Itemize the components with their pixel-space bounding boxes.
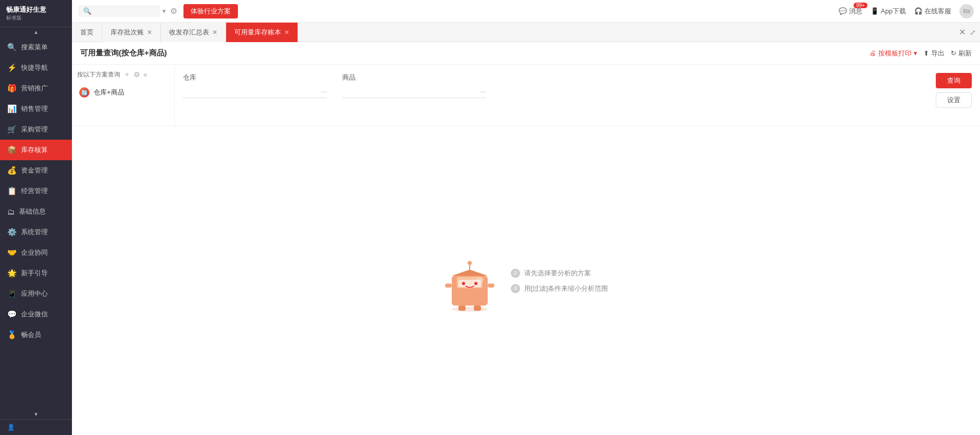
tab-summary[interactable]: 收发存汇总表 ✕ (161, 23, 226, 42)
sidebar-item-label: 新手引导 (21, 269, 48, 278)
sidebar-item-inventory[interactable]: 📦 库存核算 (0, 140, 72, 160)
scheme-header: 按以下方案查询 ＋ ⚙ « (72, 70, 174, 83)
empty-state: ① 请先选择要分析的方案 ② 用[过滤]条件来缩小分析范围 (72, 126, 980, 435)
sidebar-item-appcenter[interactable]: 📱 应用中心 (0, 283, 72, 304)
tab-home[interactable]: 首页 (72, 23, 102, 42)
sidebar-item-label: 资金管理 (21, 166, 48, 175)
svg-rect-10 (488, 283, 494, 288)
warehouse-more-icon[interactable]: ··· (321, 87, 327, 96)
sidebar-item-label: 系统管理 (21, 228, 48, 237)
online-service-btn[interactable]: 🎧 在线客服 (914, 7, 951, 16)
industry-btn[interactable]: 体验行业方案 (183, 4, 238, 18)
settings-btn[interactable]: 设置 (936, 92, 972, 108)
warehouse-input[interactable] (183, 88, 318, 96)
star-icon: 🌟 (7, 269, 17, 278)
settings-scheme-btn[interactable]: ⚙ (134, 70, 140, 79)
sidebar-item-label: 搜索菜单 (21, 43, 48, 52)
online-service-label: 在线客服 (924, 7, 951, 16)
sidebar-item-member[interactable]: 🏅 畅会员 (0, 325, 72, 345)
user-avatar[interactable]: Rit (959, 4, 974, 18)
scheme-icon: 🔄 (79, 87, 89, 98)
filter-panel: 按以下方案查询 ＋ ⚙ « 🔄 仓库+商品 仓库 (72, 65, 980, 126)
sidebar-item-base[interactable]: 🗂 基础信息 (0, 201, 72, 222)
tab-batch-account[interactable]: 库存批次账 ✕ (102, 23, 161, 42)
sidebar-item-label: 营销推广 (21, 84, 48, 93)
gear-icon: ⚙️ (7, 228, 17, 237)
sidebar-item-marketing[interactable]: 🎁 营销推广 (0, 78, 72, 99)
topbar-right: 💬 消息 99+ 📱 App下载 🎧 在线客服 Rit (839, 4, 974, 18)
sidebar-item-sales[interactable]: 📊 销售管理 (0, 99, 72, 119)
chevron-down-icon[interactable]: ▾ (162, 7, 166, 15)
content-area: 可用量查询(按仓库+商品) 🖨 按模板打印 ▾ ⬆ 导出 ↻ 刷新 (72, 42, 980, 435)
filter-fields: 仓库 ··· 商品 ··· (175, 65, 936, 126)
sidebar-item-label: 企业协同 (21, 248, 48, 257)
svg-marker-2 (452, 270, 488, 276)
sidebar-item-operation[interactable]: 📋 经营管理 (0, 181, 72, 201)
tab-close-icon[interactable]: ✕ (284, 29, 289, 36)
sidebar-item-wechat[interactable]: 💬 企业微信 (0, 304, 72, 325)
sidebar-item-system[interactable]: ⚙️ 系统管理 (0, 222, 72, 242)
tab-label: 可用量库存账本 (234, 28, 281, 37)
warehouse-input-wrap: ··· (183, 85, 327, 98)
sidebar-item-finance[interactable]: 💰 资金管理 (0, 160, 72, 181)
sidebar-item-quick-nav[interactable]: ⚡ 快捷导航 (0, 58, 72, 78)
tab-close-icon[interactable]: ✕ (147, 29, 152, 36)
topbar: 🔍 ▾ ⚙ 体验行业方案 💬 消息 99+ 📱 App下载 🎧 在线客服 Rit (72, 0, 980, 23)
headset-icon: 🎧 (914, 7, 922, 15)
gift-icon: 🎁 (7, 84, 17, 93)
clipboard-icon: 📋 (7, 186, 17, 196)
sidebar-item-label: 畅会员 (21, 330, 41, 339)
sidebar-scroll-down[interactable]: ▼ (0, 409, 72, 419)
app-download-btn[interactable]: 📱 App下载 (871, 7, 906, 16)
sidebar-logo: 畅康通好生意 标准版 (0, 0, 72, 27)
refresh-btn[interactable]: ↻ 刷新 (951, 49, 972, 58)
filter-field-goods: 商品 ··· (342, 73, 486, 98)
message-btn[interactable]: 💬 消息 99+ (839, 7, 862, 16)
query-btn[interactable]: 查询 (936, 73, 972, 88)
sidebar-scroll-up[interactable]: ▲ (0, 27, 72, 37)
app-download-label: App下载 (881, 7, 906, 16)
tabs-expand-button[interactable]: ⤢ (970, 28, 976, 36)
medal-icon: 🏅 (7, 330, 17, 339)
sidebar-item-label: 库存核算 (21, 145, 48, 155)
user-name: Rit (963, 8, 970, 14)
scheme-panel: 按以下方案查询 ＋ ⚙ « 🔄 仓库+商品 (72, 65, 175, 126)
export-btn[interactable]: ⬆ 导出 (923, 49, 945, 58)
add-scheme-btn[interactable]: ＋ (123, 70, 131, 79)
sidebar-item-search[interactable]: 🔍 搜索菜单 (0, 37, 72, 58)
sidebar-item-label: 企业微信 (21, 310, 48, 319)
svg-point-6 (474, 282, 477, 285)
template-print-label: 按模板打印 (878, 49, 912, 58)
page-header: 可用量查询(按仓库+商品) 🖨 按模板打印 ▾ ⬆ 导出 ↻ 刷新 (72, 42, 980, 65)
tabs-close-button[interactable]: ✕ (959, 27, 966, 37)
goods-input-wrap: ··· (342, 85, 486, 98)
tip-num-1: ① (511, 269, 520, 278)
avatar: Rit (959, 4, 974, 18)
collapse-scheme-btn[interactable]: « (143, 70, 147, 79)
empty-tip-1: ① 请先选择要分析的方案 (511, 269, 608, 278)
sidebar-item-purchase[interactable]: 🛒 采购管理 (0, 119, 72, 140)
print-icon: 🖨 (870, 49, 876, 57)
message-icon: 💬 (839, 7, 847, 15)
search-input[interactable] (95, 7, 155, 15)
tab-available-ledger[interactable]: 可用量库存账本 ✕ (226, 23, 298, 42)
tab-label: 库存批次账 (110, 28, 144, 37)
tip-text-1: 请先选择要分析的方案 (524, 269, 591, 278)
sidebar-item-label: 应用中心 (21, 289, 48, 298)
topbar-search-box[interactable]: 🔍 (78, 5, 160, 17)
goods-input[interactable] (342, 88, 477, 96)
refresh-icon: ↻ (951, 49, 956, 57)
sidebar-bottom[interactable]: 👤 (0, 419, 72, 435)
sidebar-item-enterprise[interactable]: 🤝 企业协同 (0, 242, 72, 263)
search-icon: 🔍 (83, 7, 91, 15)
refresh-label: 刷新 (958, 49, 972, 58)
tab-close-icon[interactable]: ✕ (212, 29, 217, 36)
gear-icon[interactable]: ⚙ (170, 6, 177, 16)
lightning-icon: ⚡ (7, 63, 17, 72)
template-print-btn[interactable]: 🖨 按模板打印 ▾ (870, 49, 917, 58)
scheme-item-warehouse-goods[interactable]: 🔄 仓库+商品 (72, 83, 174, 102)
goods-more-icon[interactable]: ··· (480, 87, 486, 96)
handshake-icon: 🤝 (7, 248, 17, 257)
sidebar-item-newguide[interactable]: 🌟 新手引导 (0, 263, 72, 283)
scheme-header-title: 按以下方案查询 (77, 70, 120, 79)
